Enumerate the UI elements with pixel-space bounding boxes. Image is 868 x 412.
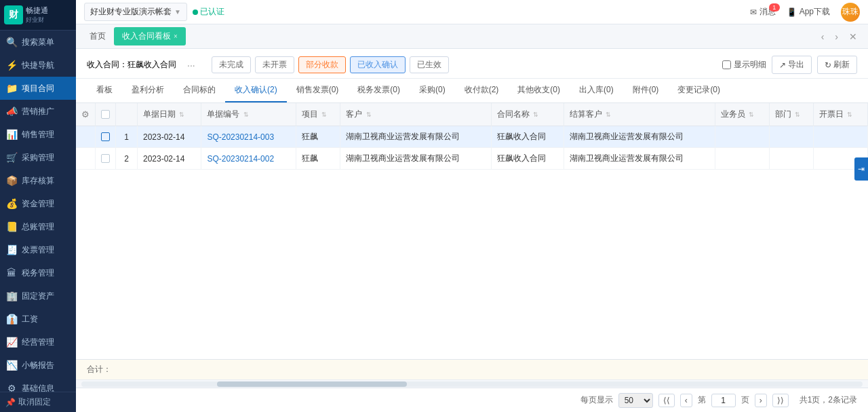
app-logo-text: 畅捷通 好业财	[26, 5, 48, 24]
settle-customer-col-header[interactable]: 结算客户 ⇅	[564, 103, 715, 126]
row2-settings	[76, 148, 96, 170]
app-download-btn[interactable]: 📱 App下载	[787, 6, 830, 18]
sidebar-item-funds[interactable]: 💰 资金管理	[0, 192, 76, 215]
tab-tax-invoice[interactable]: 税务发票(0)	[348, 79, 410, 102]
company-dropdown-icon: ▼	[174, 8, 181, 16]
app-download-icon: 📱	[787, 7, 797, 17]
refresh-btn[interactable]: ↻ 刷新	[817, 56, 857, 74]
sidebar-item-quick-nav[interactable]: ⚡ 快捷导航	[0, 54, 76, 77]
tab-close-icon[interactable]: ×	[174, 33, 178, 40]
page-input[interactable]	[711, 394, 736, 407]
sidebar-item-inventory[interactable]: 📦 库存核算	[0, 169, 76, 192]
contract-name-col-header[interactable]: 合同名称 ⇅	[491, 103, 564, 126]
message-btn[interactable]: ✉ 消息 1	[750, 6, 776, 18]
tab-next-btn[interactable]: ›	[832, 30, 841, 43]
refresh-icon: ↻	[825, 60, 831, 70]
sidebar-item-hr[interactable]: 👔 工资	[0, 307, 76, 331]
home-tab[interactable]: 首页	[84, 28, 111, 45]
date-col-header[interactable]: 单据日期 ⇅	[138, 103, 201, 126]
pagination-last-btn[interactable]: ⟩⟩	[772, 394, 789, 407]
sidebar-item-search[interactable]: 🔍 搜索菜单	[0, 31, 76, 54]
table-row[interactable]: 2 2023-02-14 SQ-20230214-002 狂飙 湖南卫视商业运营…	[76, 148, 868, 170]
project-col-header[interactable]: 项目 ⇅	[296, 103, 340, 126]
general-ledger-icon: 📒	[5, 221, 18, 233]
status-confirmed[interactable]: 已收入确认	[350, 56, 406, 73]
department-col-header[interactable]: 部门 ⇅	[769, 103, 813, 126]
active-tab[interactable]: 收入合同看板 ×	[114, 27, 186, 45]
tab-close-all-btn[interactable]: ✕	[846, 30, 860, 43]
show-detail-input[interactable]	[722, 60, 731, 69]
row2-num: 2	[116, 148, 138, 170]
date-sort-icon: ⇅	[179, 111, 184, 118]
tab-kanban[interactable]: 看板	[87, 79, 122, 102]
row2-checkbox-cell	[96, 148, 116, 170]
customer-col-header[interactable]: 客户 ⇅	[340, 103, 492, 126]
row1-checkbox[interactable]	[101, 132, 110, 141]
message-badge: 1	[769, 3, 780, 12]
status-partial-payment[interactable]: 部分收款	[298, 56, 346, 73]
sidebar-item-marketing[interactable]: 📣 营销推广	[0, 100, 76, 123]
sidebar-item-sales[interactable]: 📊 销售管理	[0, 123, 76, 146]
show-detail-checkbox[interactable]: 显示明细	[722, 56, 766, 74]
data-table-area: ⚙ 单据日期 ⇅ 单据编号 ⇅ 项目	[76, 103, 868, 359]
tab-payment[interactable]: 收付款(2)	[455, 79, 509, 102]
settle-customer-sort-icon: ⇅	[606, 111, 611, 118]
sidebar-item-general-ledger[interactable]: 📒 总账管理	[0, 215, 76, 238]
row2-checkbox[interactable]	[101, 154, 110, 163]
contract-status-group: 未完成 未开票 部分收款 已收入确认 已生效	[212, 56, 449, 73]
sidebar-item-purchase[interactable]: 🛒 采购管理	[0, 146, 76, 169]
row1-settings	[76, 126, 96, 148]
pagination-first-btn[interactable]: ⟨⟨	[658, 394, 675, 407]
sidebar-item-project-contract[interactable]: 📁 项目合同	[0, 77, 76, 100]
tab-other-income[interactable]: 其他收支(0)	[508, 79, 570, 102]
tab-contract-standard[interactable]: 合同标的	[174, 79, 225, 102]
tab-purchase[interactable]: 采购(0)	[410, 79, 455, 102]
user-avatar-btn[interactable]: 珠珠	[841, 3, 860, 22]
table-row[interactable]: 1 2023-02-14 SQ-20230214-003 狂飙 湖南卫视商业运营…	[76, 126, 868, 148]
invoice-date-sort-icon: ⇅	[847, 111, 852, 118]
per-page-select[interactable]: 50 100	[618, 393, 653, 408]
certified-badge: 已认证	[193, 6, 224, 18]
tab-change-log[interactable]: 变更记录(0)	[668, 79, 730, 102]
tab-prev-btn[interactable]: ‹	[818, 30, 827, 43]
sidebar-logo: 财 畅捷通 好业财	[0, 0, 76, 31]
hr-icon: 👔	[5, 313, 18, 325]
sidebar-item-ops[interactable]: 📈 经营管理	[0, 331, 76, 354]
invoice-date-col-header[interactable]: 开票日 ⇅	[814, 103, 868, 126]
tab-warehouse[interactable]: 出入库(0)	[570, 79, 623, 102]
row1-invoice-date	[814, 126, 868, 148]
salesperson-col-header[interactable]: 业务员 ⇅	[715, 103, 769, 126]
sidebar-item-fixed-assets[interactable]: 🏢 固定资产	[0, 284, 76, 307]
code-sort-icon: ⇅	[243, 111, 249, 118]
horizontal-scrollbar[interactable]	[76, 379, 868, 388]
checkbox-col-header	[96, 103, 116, 126]
status-uninvoiced[interactable]: 未开票	[255, 56, 294, 73]
pagination-next-btn[interactable]: ›	[755, 394, 767, 407]
scroll-thumb[interactable]	[217, 381, 407, 387]
tab-attachment[interactable]: 附件(0)	[623, 79, 669, 102]
certified-dot	[193, 10, 198, 15]
row2-code-link[interactable]: SQ-20230214-002	[207, 154, 274, 164]
gear-icon[interactable]: ⚙	[81, 109, 90, 119]
row1-code-link[interactable]: SQ-20230214-003	[207, 132, 274, 142]
sidebar-item-basic-info[interactable]: ⚙ 基础信息	[0, 377, 76, 392]
status-uncomplete[interactable]: 未完成	[212, 56, 251, 73]
sidebar-item-reports[interactable]: 📉 小畅报告	[0, 354, 76, 377]
right-fab[interactable]: ⇥	[854, 157, 868, 181]
tab-sales-invoice[interactable]: 销售发票(0)	[287, 79, 349, 102]
reports-icon: 📉	[5, 359, 18, 371]
pagination-prev-btn[interactable]: ‹	[680, 394, 692, 407]
status-effective[interactable]: 已生效	[410, 56, 449, 73]
header-checkbox[interactable]	[101, 110, 110, 119]
tab-income-confirm[interactable]: 收入确认(2)	[225, 79, 287, 102]
code-col-header[interactable]: 单据编号 ⇅	[201, 103, 296, 126]
company-selector[interactable]: 好业财专业版演示帐套 ▼	[84, 3, 187, 21]
export-btn[interactable]: ↗ 导出	[772, 56, 812, 74]
sidebar-nav: 🔍 搜索菜单 ⚡ 快捷导航 📁 项目合同 📣 营销推广 📊 销售管理 🛒 采购管…	[0, 31, 76, 392]
sidebar-pin-bottom[interactable]: 📌 取消固定	[0, 392, 76, 412]
sidebar-item-invoice[interactable]: 🧾 发票管理	[0, 238, 76, 261]
sidebar-item-tax[interactable]: 🏛 税务管理	[0, 261, 76, 284]
row1-salesperson	[715, 126, 769, 148]
contract-more-btn[interactable]: ···	[184, 60, 198, 71]
tab-profit[interactable]: 盈利分析	[122, 79, 174, 102]
